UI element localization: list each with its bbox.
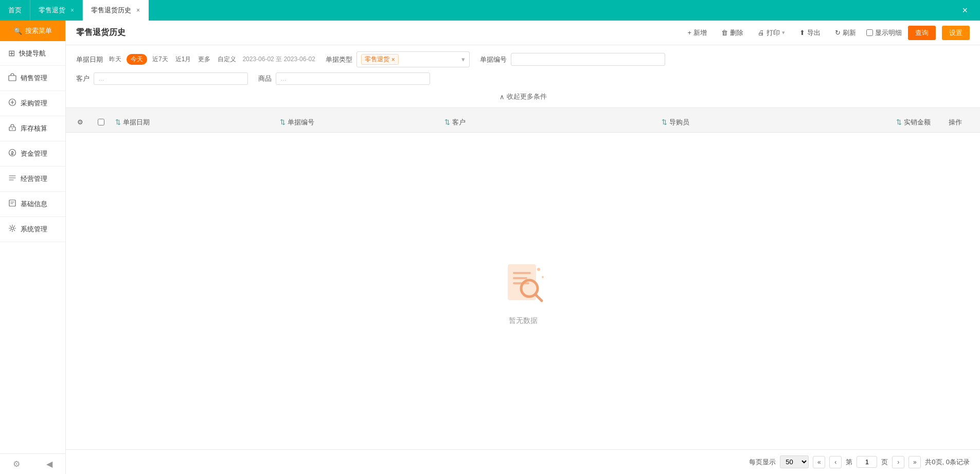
- svg-point-3: [12, 129, 13, 130]
- date-btn-more[interactable]: 更多: [196, 54, 212, 65]
- settings-bottom-icon[interactable]: ⚙: [13, 459, 20, 469]
- sidebar-search-label: 搜索菜单: [25, 26, 52, 35]
- top-bar: 首页 零售退货 × 零售退货历史 × ×: [0, 0, 980, 21]
- sidebar-item-operation[interactable]: 经营管理: [0, 167, 65, 192]
- prev-page-icon: ‹: [834, 459, 836, 466]
- collapse-label: 收起更多条件: [507, 92, 547, 101]
- page-header: 零售退货历史 + 新增 🗑 删除 🖨 打印 ▾ ⬆ 导出: [66, 21, 980, 45]
- filter-bill-type: 单据类型 零售退货 × ▾: [326, 51, 470, 67]
- show-detail-checkbox[interactable]: 显示明细: [866, 28, 902, 38]
- collapse-filter-button[interactable]: ∧ 收起更多条件: [493, 90, 553, 103]
- export-icon: ⬆: [799, 29, 805, 37]
- export-button[interactable]: ⬆ 导出: [795, 26, 825, 40]
- sidebar-item-finance[interactable]: 资金管理: [0, 141, 65, 167]
- goods-select[interactable]: …: [276, 72, 430, 85]
- date-filter-options: 昨天 今天 近7天 近1月 更多 自定义: [107, 54, 238, 65]
- sidebar-item-system[interactable]: 系统管理: [0, 217, 65, 242]
- delete-button[interactable]: 🗑 删除: [717, 26, 747, 40]
- filter-date: 单据日期 昨天 今天 近7天 近1月 更多 自定义 2023-06-02 至 2…: [76, 54, 315, 65]
- print-button[interactable]: 🖨 打印 ▾: [754, 26, 789, 40]
- tab-home[interactable]: 首页: [0, 0, 30, 21]
- customer-select[interactable]: …: [94, 72, 248, 85]
- date-btn-custom[interactable]: 自定义: [216, 54, 238, 65]
- total-label: 共0页, 0条记录: [925, 458, 970, 467]
- date-btn-7days[interactable]: 近7天: [150, 54, 170, 65]
- sidebar-item-quick-nav[interactable]: ⊞ 快捷导航: [0, 41, 65, 66]
- svg-rect-0: [9, 76, 16, 81]
- sidebar-item-purchase-label: 采购管理: [21, 99, 47, 108]
- bill-no-label: 单据编号: [480, 55, 507, 64]
- new-button[interactable]: + 新增: [683, 26, 711, 40]
- tab-retail-return[interactable]: 零售退货 ×: [30, 0, 83, 21]
- th-settings[interactable]: ⚙: [70, 118, 91, 126]
- show-detail-label: 显示明细: [875, 28, 902, 38]
- page-number-input[interactable]: [857, 456, 877, 468]
- th-date-label: 单据日期: [123, 118, 150, 127]
- query-button[interactable]: 查询: [908, 26, 936, 40]
- purchase-icon: [8, 98, 16, 108]
- bill-type-tag-close[interactable]: ×: [391, 56, 395, 63]
- collapse-sidebar-icon[interactable]: ◀: [46, 459, 52, 469]
- date-btn-yesterday[interactable]: 昨天: [107, 54, 123, 65]
- filter-bill-no: 单据编号: [480, 53, 665, 66]
- sidebar-item-basic-info[interactable]: 基础信息: [0, 192, 65, 217]
- select-all-checkbox[interactable]: [98, 119, 104, 125]
- sidebar-item-sales-label: 销售管理: [21, 74, 47, 83]
- refresh-label: 刷新: [843, 28, 856, 38]
- sidebar-search[interactable]: 🔍 搜索菜单: [0, 21, 65, 41]
- refresh-button[interactable]: ↻ 刷新: [831, 26, 860, 40]
- date-filter-label: 单据日期: [76, 55, 103, 64]
- bill-no-input[interactable]: [511, 53, 665, 66]
- last-page-button[interactable]: »: [908, 456, 921, 468]
- svg-rect-9: [513, 277, 527, 279]
- th-customer-icon: ⇅: [444, 118, 450, 126]
- prev-page-button[interactable]: ‹: [829, 456, 842, 468]
- delete-label: 删除: [730, 28, 743, 38]
- tab-retail-return-history[interactable]: 零售退货历史 ×: [83, 0, 149, 21]
- next-page-button[interactable]: ›: [892, 456, 904, 468]
- sidebar-item-inventory[interactable]: 库存核算: [0, 116, 65, 141]
- date-btn-today[interactable]: 今天: [127, 54, 147, 65]
- print-dropdown-icon: ▾: [782, 29, 785, 36]
- svg-point-13: [537, 268, 540, 271]
- new-label: 新增: [693, 28, 707, 38]
- sidebar-item-purchase[interactable]: 采购管理: [0, 91, 65, 116]
- tab-retail-return-history-close[interactable]: ×: [136, 7, 140, 14]
- top-bar-right: ×: [958, 5, 980, 16]
- th-guide-label: 导购员: [669, 118, 689, 127]
- tab-retail-return-label: 零售退货: [39, 6, 65, 15]
- settings-button[interactable]: 设置: [942, 26, 970, 40]
- date-btn-1month[interactable]: 近1月: [173, 54, 193, 65]
- date-range-display: 2023-06-02 至 2023-06-02: [242, 55, 315, 64]
- search-icon: 🔍: [14, 27, 22, 35]
- th-checkbox[interactable]: [91, 119, 111, 125]
- th-billno-icon: ⇅: [280, 118, 286, 126]
- svg-line-12: [536, 295, 542, 301]
- refresh-icon: ↻: [835, 29, 841, 37]
- empty-text: 暂无数据: [509, 316, 538, 325]
- sidebar-item-inventory-label: 库存核算: [21, 124, 47, 133]
- sidebar-item-basic-info-label: 基础信息: [21, 199, 47, 209]
- sales-icon: [8, 73, 16, 83]
- bill-type-select[interactable]: 零售退货 × ▾: [357, 51, 470, 67]
- show-detail-input[interactable]: [866, 29, 873, 36]
- finance-icon: [8, 149, 16, 159]
- main-layout: 🔍 搜索菜单 ⊞ 快捷导航 销售管理 采购管理: [0, 21, 980, 474]
- customer-label: 客户: [76, 74, 90, 83]
- sidebar-item-quick-nav-label: 快捷导航: [19, 49, 46, 58]
- per-page-select[interactable]: 50 20 100: [780, 455, 809, 468]
- bill-type-dropdown-icon: ▾: [461, 56, 465, 63]
- th-date-icon: ⇅: [115, 118, 121, 126]
- basic-info-icon: [8, 199, 16, 209]
- th-action: 操作: [935, 118, 976, 127]
- close-window-button[interactable]: ×: [958, 5, 972, 16]
- th-guide-icon: ⇅: [662, 118, 667, 126]
- table-header: ⚙ ⇅ 单据日期 ⇅ 单据编号 ⇅ 客户 ⇅: [66, 112, 980, 133]
- inventory-icon: [8, 123, 16, 134]
- tab-retail-return-history-label: 零售退货历史: [91, 6, 131, 15]
- tab-retail-return-close[interactable]: ×: [70, 7, 74, 14]
- first-page-button[interactable]: «: [813, 456, 825, 468]
- tab-home-label: 首页: [8, 6, 22, 15]
- sidebar-item-sales[interactable]: 销售管理: [0, 66, 65, 91]
- sidebar-item-finance-label: 资金管理: [21, 149, 47, 158]
